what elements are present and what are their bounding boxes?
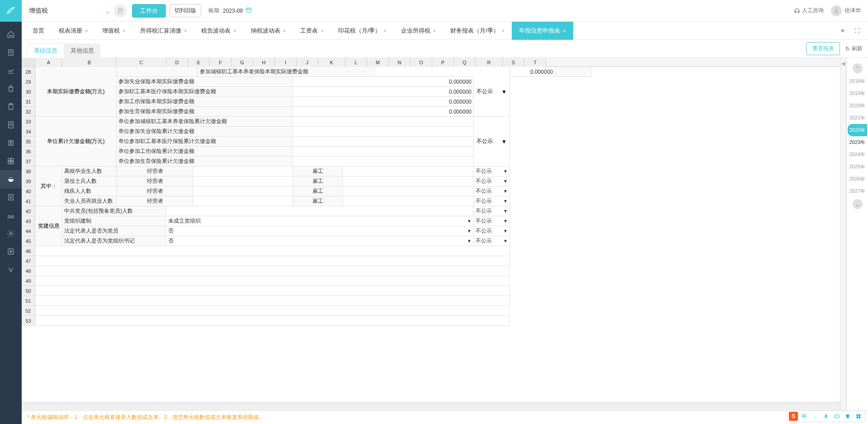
tab-增值税[interactable]: 增值税× bbox=[95, 22, 132, 22]
tab-所得税汇算清缴[interactable]: 所得税汇算清缴× bbox=[133, 22, 194, 22]
avatar-icon bbox=[831, 5, 842, 16]
tab-税表清册[interactable]: 税表清册× bbox=[52, 22, 95, 22]
tab-纳税波动表[interactable]: 纳税波动表× bbox=[244, 22, 293, 22]
tab-工资表[interactable]: 工资表× bbox=[293, 22, 330, 22]
tab-财务报表（月/季）[interactable]: 财务报表（月/季）× bbox=[443, 22, 512, 22]
top-header: 增值税 ⌄ 工作台 切到旧版 账期 2023-09 人工咨询 徐泽华 bbox=[0, 0, 868, 22]
tab-年报信息申报表[interactable]: 年报信息申报表× bbox=[512, 22, 573, 22]
svg-rect-3 bbox=[246, 8, 251, 12]
headset-icon bbox=[794, 8, 800, 14]
doc-icon-button[interactable] bbox=[114, 5, 127, 17]
user-menu[interactable]: 徐泽华 bbox=[831, 5, 861, 16]
app-logo[interactable] bbox=[0, 0, 22, 22]
tax-type-selector[interactable]: 增值税 ⌄ bbox=[29, 7, 110, 15]
svg-point-7 bbox=[835, 9, 838, 11]
support-link[interactable]: 人工咨询 bbox=[794, 7, 824, 14]
period-value[interactable]: 2023-09 bbox=[223, 8, 243, 14]
user-name: 徐泽华 bbox=[844, 7, 861, 14]
tax-type-label: 增值税 bbox=[29, 7, 48, 15]
tab-税负波动表[interactable]: 税负波动表× bbox=[194, 22, 243, 22]
workbench-button[interactable]: 工作台 bbox=[132, 4, 166, 18]
tab-企业所得税[interactable]: 企业所得税× bbox=[394, 22, 443, 22]
tab-印花税（月/季）[interactable]: 印花税（月/季）× bbox=[331, 22, 394, 22]
tab-首页[interactable]: 首页 bbox=[25, 22, 52, 22]
chevron-down-icon: ⌄ bbox=[105, 7, 110, 14]
old-version-button[interactable]: 切到旧版 bbox=[170, 4, 201, 17]
period-label: 账期 bbox=[208, 7, 219, 14]
calendar-icon[interactable] bbox=[245, 7, 252, 14]
